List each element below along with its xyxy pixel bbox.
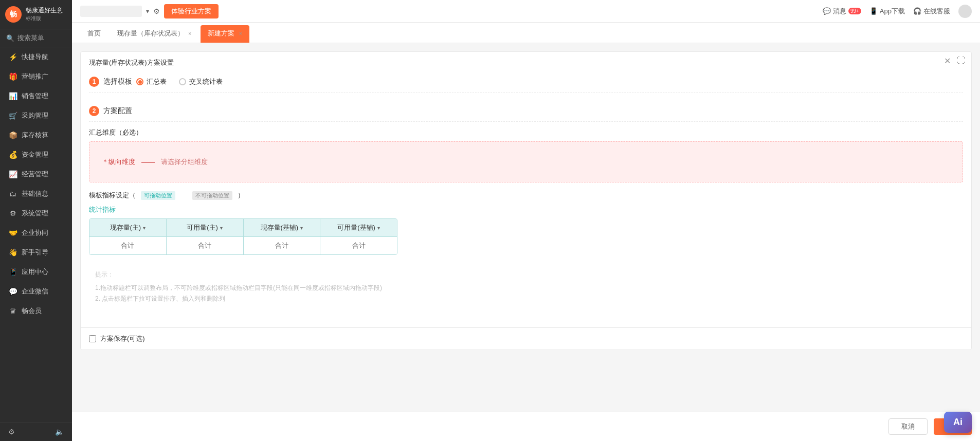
speaker-icon[interactable]: 🔈	[55, 428, 64, 436]
sidebar-item-purchase[interactable]: 🛒 采购管理	[0, 106, 72, 125]
logo-icon: 畅	[5, 6, 22, 23]
save-option: 方案保存(可选)	[81, 327, 971, 350]
tips-section: 提示： 1.拖动标题栏可以调整布局，不可跨维度或指标区域拖动栏目字段(只能在同一…	[89, 263, 963, 311]
radio-cross[interactable]: 交叉统计表	[179, 77, 223, 86]
topbar: ▾ ⚙ 体验行业方案 💬 消息 99+ 📱 App下载 🎧 在线客服	[72, 0, 980, 23]
marketing-icon: 🎁	[8, 72, 17, 81]
industry-plan-button[interactable]: 体验行业方案	[164, 4, 219, 19]
step2-section: 2 方案配置 汇总维度（必选） ＊纵向维度 —— 请选择分组维度	[89, 101, 963, 311]
sidebar-item-corp-collab[interactable]: 🤝 企业协同	[0, 223, 72, 243]
sidebar-item-wechat[interactable]: 💬 企业微信	[0, 282, 72, 301]
step1-section: 1 选择模板 汇总表 交叉统计表	[89, 71, 963, 93]
ai-button[interactable]: Ai	[944, 412, 972, 433]
logo-text: 畅康通好生意 标准版	[26, 7, 63, 22]
chevron-3: ▾	[377, 225, 380, 231]
newbie-icon: 👋	[8, 248, 17, 257]
stats-table: 现存量(主) ▾ 可用量(主) ▾ 现存量(基辅)	[89, 218, 397, 255]
tab-bar: 首页 现存量（库存状况表） × 新建方案 ×	[72, 23, 980, 43]
sales-icon: 📊	[8, 91, 17, 101]
purchase-icon: 🛒	[8, 111, 17, 120]
operations-icon: 📈	[8, 170, 17, 179]
tab-home[interactable]: 首页	[80, 25, 108, 43]
appstore-icon: 📱	[8, 267, 17, 277]
sidebar-item-sales[interactable]: 📊 销售管理	[0, 86, 72, 106]
template-radio-group: 汇总表 交叉统计表	[136, 77, 223, 86]
tip-2: 2. 点击标题栏下拉可设置排序、插入列和删除列	[95, 293, 957, 305]
cancel-button[interactable]: 取消	[888, 418, 928, 435]
settings-icon[interactable]: ⚙	[8, 428, 15, 436]
bottom-bar: 取消 查询	[72, 412, 980, 441]
tip-1: 1.拖动标题栏可以调整布局，不可跨维度或指标区域拖动栏目字段(只能在同一维度或指…	[95, 283, 957, 294]
body-cell-2: 合计	[244, 237, 321, 254]
headset-icon: 🎧	[913, 7, 921, 15]
sidebar-nav: ⚡ 快捷导航 🎁 营销推广 📊 销售管理 🛒 采购管理 📦 库存核算 💰 资金管…	[0, 47, 72, 422]
sidebar-item-system[interactable]: ⚙ 系统管理	[0, 204, 72, 223]
panel-title: 现存量(库存状况表)方案设置	[81, 52, 971, 71]
sidebar-search[interactable]: 🔍 搜索菜单	[0, 29, 72, 47]
sidebar-item-appstore[interactable]: 📱 应用中心	[0, 262, 72, 282]
sidebar-item-basic-info[interactable]: 🗂 基础信息	[0, 184, 72, 204]
stats-table-body: 合计 合计 合计 合计	[89, 236, 397, 254]
wechat-icon: 💬	[8, 287, 17, 296]
dimension-drop-area[interactable]: ＊纵向维度 —— 请选择分组维度	[89, 141, 963, 182]
stats-table-header: 现存量(主) ▾ 可用量(主) ▾ 现存量(基辅)	[89, 219, 397, 236]
tab-inventory-close[interactable]: ×	[188, 30, 191, 36]
search-icon: 🔍	[6, 34, 14, 42]
radio-cross-circle	[179, 78, 186, 85]
body-cell-1: 合计	[167, 237, 244, 254]
chevron-1: ▾	[220, 225, 223, 231]
step1-badge: 1	[89, 77, 99, 87]
header-cell-0[interactable]: 现存量(主) ▾	[89, 219, 167, 236]
step1-header: 1 选择模板 汇总表 交叉统计表	[89, 71, 963, 93]
quicknav-icon: ⚡	[8, 52, 17, 62]
message-icon: 💬	[823, 7, 831, 15]
tab-new-plan-close[interactable]: ×	[239, 30, 242, 36]
radio-summary[interactable]: 汇总表	[136, 77, 167, 86]
sidebar-item-quicknav[interactable]: ⚡ 快捷导航	[0, 47, 72, 67]
indicator-settings-label: 模板指标设定（ 可拖动位置 不可拖动位置 ）	[89, 191, 963, 200]
radio-summary-circle	[136, 78, 143, 85]
step2-header: 2 方案配置	[89, 101, 963, 122]
topbar-search-input[interactable]	[80, 6, 142, 17]
header-cell-2[interactable]: 现存量(基辅) ▾	[244, 219, 321, 236]
online-service-btn[interactable]: 🎧 在线客服	[913, 7, 950, 16]
topbar-left: ▾ ⚙ 体验行业方案	[80, 4, 816, 19]
sidebar-item-finance[interactable]: 💰 资金管理	[0, 145, 72, 164]
sidebar-footer: ⚙ 🔈	[0, 422, 72, 441]
content-area: ✕ ⛶ 现存量(库存状况表)方案设置 1 选择模板 汇总表	[72, 43, 980, 412]
corp-collab-icon: 🤝	[8, 228, 17, 237]
settings-panel: ✕ ⛶ 现存量(库存状况表)方案设置 1 选择模板 汇总表	[80, 51, 972, 350]
radio-summary-dot	[138, 80, 142, 84]
system-icon: ⚙	[8, 209, 17, 218]
app-download-btn[interactable]: 📱 App下载	[869, 7, 905, 16]
stats-section: 统计指标 现存量(主) ▾ 可用量(主) ▾	[89, 205, 963, 255]
body-cell-3: 合计	[320, 237, 397, 254]
tab-new-plan[interactable]: 新建方案 ×	[201, 25, 249, 43]
sidebar-item-inventory[interactable]: 📦 库存核算	[0, 125, 72, 145]
dimension-config: 汇总维度（必选） ＊纵向维度 —— 请选择分组维度	[89, 128, 963, 182]
sidebar-item-vip[interactable]: ♛ 畅会员	[0, 301, 72, 321]
sidebar-item-marketing[interactable]: 🎁 营销推广	[0, 67, 72, 86]
message-btn[interactable]: 💬 消息 99+	[823, 7, 861, 16]
message-badge: 99+	[848, 8, 861, 14]
chevron-2: ▾	[300, 225, 303, 231]
sidebar-item-newbie[interactable]: 👋 新手引导	[0, 243, 72, 262]
inventory-icon: 📦	[8, 131, 17, 140]
stats-title: 统计指标	[89, 205, 963, 214]
tab-inventory-status[interactable]: 现存量（库存状况表） ×	[110, 25, 198, 43]
vip-icon: ♛	[8, 306, 17, 316]
topbar-dropdown-btn[interactable]: ▾	[146, 8, 149, 15]
topbar-gear-icon[interactable]: ⚙	[153, 7, 160, 15]
sidebar-item-operations[interactable]: 📈 经营管理	[0, 164, 72, 184]
movable-tag: 可拖动位置	[141, 191, 175, 200]
chevron-0: ▾	[143, 225, 146, 231]
panel-body: 1 选择模板 汇总表 交叉统计表	[81, 71, 971, 327]
header-cell-1[interactable]: 可用量(主) ▾	[167, 219, 244, 236]
user-avatar[interactable]	[958, 5, 972, 18]
save-checkbox[interactable]	[89, 335, 96, 342]
fixed-tag: 不可拖动位置	[192, 191, 232, 200]
panel-expand-button[interactable]: ⛶	[957, 56, 965, 65]
panel-close-button[interactable]: ✕	[944, 56, 951, 66]
step1-label: 选择模板	[103, 77, 132, 86]
header-cell-3[interactable]: 可用量(基辅) ▾	[320, 219, 397, 236]
